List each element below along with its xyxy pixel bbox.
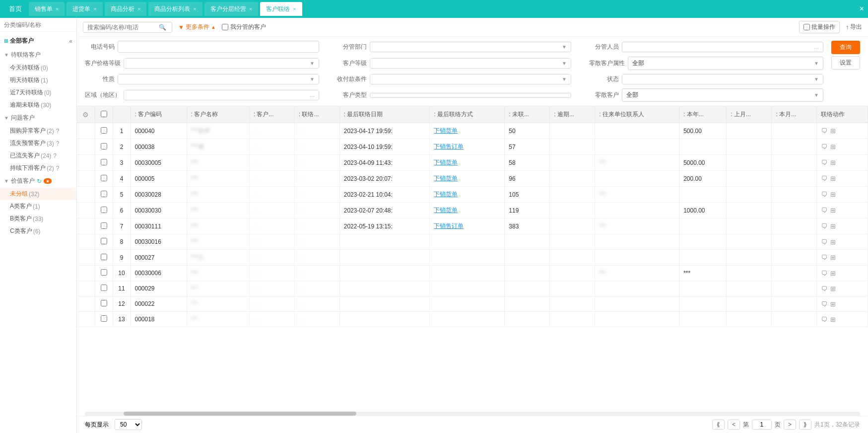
row-contact-way-link[interactable]: 下销货单: [434, 191, 458, 198]
row-checkbox[interactable]: [101, 269, 107, 276]
first-page-button[interactable]: ⟪: [712, 420, 725, 430]
filter-select-payment[interactable]: ▼: [370, 74, 571, 84]
tab-product-analysis[interactable]: 商品分析 ×: [105, 2, 146, 16]
action-grid-icon[interactable]: ⊞: [830, 159, 836, 166]
close-all-icon[interactable]: ×: [860, 4, 864, 13]
row-checkbox[interactable]: [101, 315, 107, 322]
filter-select-customer-level[interactable]: ▼: [370, 58, 571, 69]
sidebar-search-input[interactable]: [4, 21, 77, 28]
my-customers-check[interactable]: [222, 24, 228, 30]
sidebar-item-today[interactable]: 今天待联络 (0): [0, 62, 76, 74]
filter-search-input[interactable]: [87, 24, 157, 31]
scrollbar-track[interactable]: [85, 412, 860, 416]
sidebar-item-churn-warn[interactable]: 流失预警客户 (3) ?: [0, 137, 76, 149]
tab-purchase-order[interactable]: 进货单 ×: [67, 2, 102, 16]
next-page-button[interactable]: >: [784, 420, 796, 430]
filter-select-status[interactable]: ▼: [622, 74, 823, 84]
query-button[interactable]: 查询: [831, 41, 860, 54]
row-checkbox[interactable]: [101, 143, 107, 149]
sidebar-item-tomorrow[interactable]: 明天待联络 (1): [0, 74, 76, 86]
sidebar-all-customers[interactable]: ⊞ 全部客户 «: [0, 34, 76, 48]
row-checkbox[interactable]: [101, 238, 107, 244]
last-page-button[interactable]: ⟫: [799, 420, 811, 430]
sidebar-item-churned[interactable]: 已流失客户 (24) ?: [0, 149, 76, 162]
my-customers-checkbox[interactable]: 我分管的客户: [222, 23, 266, 31]
row-contact-way-link[interactable]: 下销货单: [434, 159, 458, 166]
filter-select-dept[interactable]: ▼: [370, 42, 571, 52]
gear-settings-icon[interactable]: ⚙: [82, 111, 89, 119]
row-contact-way-link[interactable]: 下销售订单: [434, 222, 464, 229]
contact-phone-icon[interactable]: 🗨: [821, 316, 827, 323]
refresh-icon[interactable]: ↻: [37, 178, 42, 185]
action-grid-icon[interactable]: ⊞: [830, 254, 836, 261]
export-button[interactable]: ↑ 导出: [846, 21, 862, 33]
filter-input-phone[interactable]: [118, 41, 319, 53]
action-grid-icon[interactable]: ⊞: [830, 175, 836, 182]
action-grid-icon[interactable]: ⊞: [830, 270, 836, 277]
action-grid-icon[interactable]: ⊞: [830, 127, 836, 135]
tab-sales-order[interactable]: 销售单 ×: [29, 2, 65, 16]
row-checkbox[interactable]: [101, 285, 107, 291]
contact-phone-icon[interactable]: 🗨: [821, 285, 827, 292]
action-grid-icon[interactable]: ⊞: [830, 300, 836, 308]
sidebar-item-classB[interactable]: B类客户 (33): [0, 213, 76, 225]
contact-phone-icon[interactable]: 🗨: [821, 159, 827, 166]
tab-customer-contact[interactable]: 客户联络 ×: [260, 2, 302, 16]
batch-op-check[interactable]: [803, 24, 810, 30]
sidebar-group-pending[interactable]: ▼ 待联络客户: [0, 48, 76, 62]
filter-select-retail-attr[interactable]: 全部 ▼: [628, 57, 823, 70]
nav-home[interactable]: 首页: [4, 4, 27, 13]
filter-select-customer-type[interactable]: [370, 93, 571, 98]
batch-op-button[interactable]: 批量操作: [799, 21, 840, 33]
close-customer-segment-icon[interactable]: ×: [249, 6, 252, 12]
row-contact-way-link[interactable]: 下销货单: [434, 175, 458, 182]
action-grid-icon[interactable]: ⊞: [830, 316, 836, 323]
contact-phone-icon[interactable]: 🗨: [821, 191, 827, 198]
action-grid-icon[interactable]: ⊞: [830, 222, 836, 230]
row-checkbox[interactable]: [101, 222, 107, 229]
row-checkbox[interactable]: [101, 254, 107, 260]
filter-select-region[interactable]: …: [124, 90, 319, 100]
filter-select-retail-customer[interactable]: 全部 ▼: [622, 88, 823, 102]
close-customer-contact-icon[interactable]: ×: [293, 6, 296, 12]
sidebar-item-7days[interactable]: 近7天待联络 (0): [0, 86, 76, 99]
action-grid-icon[interactable]: ⊞: [830, 191, 836, 198]
filter-select-price-level[interactable]: ▼: [124, 58, 319, 69]
page-size-select[interactable]: 50 100 200: [115, 419, 142, 430]
close-purchase-order-icon[interactable]: ×: [93, 6, 96, 12]
sidebar-item-abnormal[interactable]: 囤购异常客户 (2) ?: [0, 125, 76, 137]
row-checkbox[interactable]: [101, 159, 107, 165]
action-grid-icon[interactable]: ⊞: [830, 143, 836, 150]
contact-phone-icon[interactable]: 🗨: [821, 143, 827, 150]
row-checkbox[interactable]: [101, 300, 107, 306]
more-conditions-btn[interactable]: ▼ 更多条件 ▲: [178, 23, 216, 31]
table-scrollbar[interactable]: [77, 410, 868, 416]
sidebar-item-classC[interactable]: C类客户 (6): [0, 225, 76, 237]
row-checkbox[interactable]: [101, 127, 107, 134]
filter-select-nature[interactable]: ▼: [118, 74, 319, 84]
scrollbar-thumb[interactable]: [124, 412, 356, 416]
contact-phone-icon[interactable]: 🗨: [821, 254, 827, 261]
row-checkbox[interactable]: [101, 191, 107, 197]
contact-phone-icon[interactable]: 🗨: [821, 300, 827, 308]
sidebar-item-overdue[interactable]: 逾期未联络 (30): [0, 99, 76, 111]
row-contact-way-link[interactable]: 下销货单: [434, 127, 458, 134]
action-grid-icon[interactable]: ⊞: [830, 207, 836, 214]
sidebar-item-classA[interactable]: A类客户 (1): [0, 200, 76, 213]
sidebar-item-ungroup[interactable]: 未分组 (32): [0, 188, 76, 200]
prev-page-button[interactable]: <: [728, 420, 740, 430]
contact-phone-icon[interactable]: 🗨: [821, 207, 827, 214]
sidebar-item-declining[interactable]: 持续下滑客户 (2) ?: [0, 162, 76, 174]
filter-select-person[interactable]: …: [622, 42, 823, 52]
sidebar-group-value[interactable]: ▼ 价值客户 ↻ ●: [0, 174, 76, 188]
contact-phone-icon[interactable]: 🗨: [821, 175, 827, 182]
contact-phone-icon[interactable]: 🗨: [821, 127, 827, 135]
close-product-analysis-list-icon[interactable]: ×: [193, 6, 196, 12]
close-sales-order-icon[interactable]: ×: [56, 6, 59, 12]
close-product-analysis-icon[interactable]: ×: [137, 6, 140, 12]
sidebar-group-problem[interactable]: ▼ 问题客户: [0, 111, 76, 125]
current-page-input[interactable]: [752, 420, 772, 430]
action-grid-icon[interactable]: ⊞: [830, 285, 836, 292]
contact-phone-icon[interactable]: 🗨: [821, 222, 827, 230]
row-contact-way-link[interactable]: 下销售订单: [434, 143, 464, 150]
